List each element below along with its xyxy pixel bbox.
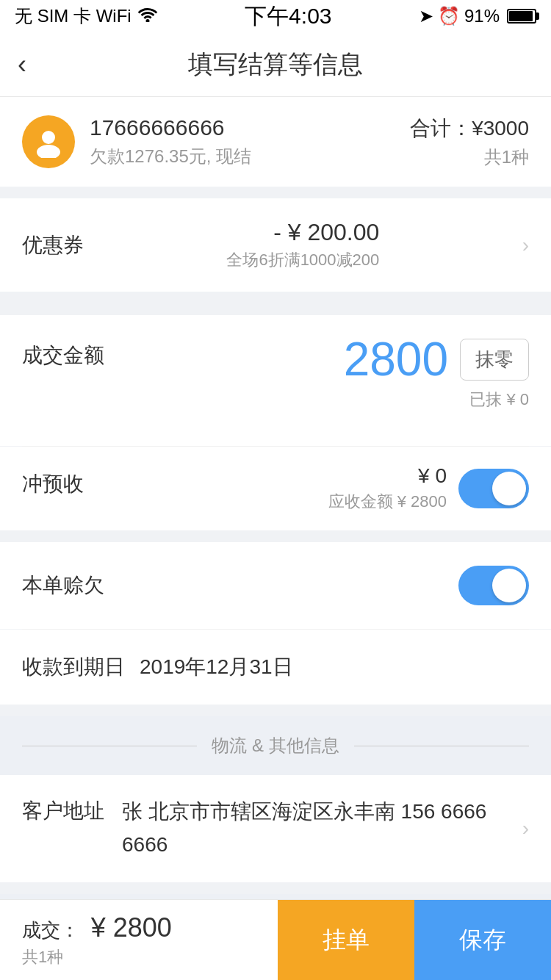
- amount-label: 成交金额: [22, 336, 104, 370]
- prepay-sub: 应收金额 ¥ 2800: [328, 491, 447, 513]
- amount-right-inner: 2800 抹零: [344, 336, 529, 383]
- section-divider-3: [0, 705, 551, 716]
- hang-button[interactable]: 挂单: [278, 900, 414, 981]
- section-divider-2: [0, 530, 551, 542]
- due-value: 2019年12月31日: [140, 653, 293, 681]
- address-label: 客户地址: [22, 796, 104, 825]
- bottom-deal-label: 成交：: [22, 919, 79, 941]
- status-bar: 无 SIM 卡 WiFi 下午4:03 ➤ ⏰ 91%: [0, 0, 551, 32]
- coupon-label: 优惠券: [22, 231, 84, 259]
- user-total: 合计：¥3000: [410, 115, 529, 143]
- prepay-value-wrap: ¥ 0 应收金额 ¥ 2800: [328, 464, 447, 513]
- prepay-toggle[interactable]: [458, 469, 529, 508]
- back-button[interactable]: ‹: [18, 49, 26, 80]
- prepay-right: ¥ 0 应收金额 ¥ 2800: [328, 464, 529, 513]
- bottom-bar: 成交： ¥ 2800 共1种 挂单 保存: [0, 899, 551, 980]
- user-count: 共1种: [410, 145, 529, 169]
- bottom-info: 成交： ¥ 2800 共1种: [0, 912, 278, 968]
- address-section: 客户地址 张 北京市市辖区海淀区永丰南 156 6666 6666 ›: [0, 775, 551, 882]
- user-info: 17666666666 欠款1276.35元, 现结: [90, 115, 251, 168]
- logistics-line-left: [22, 746, 197, 746]
- coupon-value: - ¥ 200.00: [226, 219, 379, 246]
- debt-toggle[interactable]: [458, 566, 529, 605]
- bottom-deal-amount: ¥ 2800: [91, 912, 172, 943]
- prepay-value: ¥ 0: [328, 464, 447, 488]
- prepay-section: 冲预收 ¥ 0 应收金额 ¥ 2800: [0, 447, 551, 530]
- bottom-deal-row: 成交： ¥ 2800: [22, 912, 256, 943]
- alarm-icon: ⏰: [438, 6, 460, 26]
- sim-label: 无 SIM 卡 WiFi: [15, 4, 132, 28]
- status-time: 下午4:03: [245, 1, 331, 32]
- due-row: 收款到期日 2019年12月31日: [0, 630, 551, 705]
- toggle-knob: [492, 472, 526, 505]
- amount-sub: 已抹 ¥ 0: [344, 389, 529, 411]
- debt-toggle-knob: [492, 569, 526, 602]
- amount-row: 成交金额 2800 抹零 已抹 ¥ 0: [22, 336, 529, 411]
- amount-value: 2800: [344, 336, 448, 383]
- avatar: [22, 115, 75, 168]
- user-sub: 欠款1276.35元, 现结: [90, 145, 251, 168]
- section-divider-1: [0, 303, 551, 315]
- address-value: 张 北京市市辖区海淀区永丰南 156 6666 6666: [122, 796, 522, 862]
- battery-level: 91%: [464, 6, 500, 26]
- chevron-right-icon: ›: [522, 234, 529, 257]
- nav-bar: ‹ 填写结算等信息: [0, 32, 551, 97]
- svg-point-0: [42, 131, 55, 144]
- round-button[interactable]: 抹零: [460, 339, 529, 381]
- svg-point-1: [37, 145, 60, 158]
- battery-icon: [507, 9, 536, 24]
- coupon-sub: 全场6折满1000减200: [226, 249, 379, 271]
- amount-right: 2800 抹零 已抹 ¥ 0: [344, 336, 529, 411]
- save-button[interactable]: 保存: [414, 900, 551, 981]
- user-row: 17666666666 欠款1276.35元, 现结 合计：¥3000 共1种: [0, 97, 551, 187]
- coupon-right-wrap: - ¥ 200.00 全场6折满1000减200: [226, 219, 379, 271]
- location-icon: ➤: [419, 6, 433, 26]
- coupon-section: 优惠券 - ¥ 200.00 全场6折满1000减200 ›: [0, 198, 551, 292]
- user-left: 17666666666 欠款1276.35元, 现结: [22, 115, 251, 168]
- address-row[interactable]: 客户地址 张 北京市市辖区海淀区永丰南 156 6666 6666 ›: [0, 775, 551, 882]
- debt-row: 本单赊欠: [0, 542, 551, 629]
- logistics-label: 物流 & 其他信息: [212, 734, 339, 757]
- user-section: 17666666666 欠款1276.35元, 现结 合计：¥3000 共1种: [0, 97, 551, 187]
- content: 17666666666 欠款1276.35元, 现结 合计：¥3000 共1种 …: [0, 97, 551, 980]
- user-right: 合计：¥3000 共1种: [410, 115, 529, 169]
- amount-section: 成交金额 2800 抹零 已抹 ¥ 0: [0, 315, 551, 446]
- status-left: 无 SIM 卡 WiFi: [15, 4, 158, 28]
- status-right: ➤ ⏰ 91%: [419, 6, 536, 26]
- debt-label: 本单赊欠: [22, 572, 104, 599]
- logistics-separator: 物流 & 其他信息: [0, 716, 551, 775]
- wifi-icon: [137, 6, 158, 26]
- user-phone: 17666666666: [90, 115, 251, 140]
- due-label: 收款到期日: [22, 653, 125, 681]
- address-chevron-icon: ›: [522, 817, 529, 840]
- logistics-line-right: [354, 746, 529, 746]
- coupon-row[interactable]: 优惠券 - ¥ 200.00 全场6折满1000减200 ›: [0, 198, 551, 292]
- bottom-count: 共1种: [22, 946, 256, 968]
- page-title: 填写结算等信息: [188, 48, 363, 82]
- prepay-label: 冲预收: [22, 464, 84, 498]
